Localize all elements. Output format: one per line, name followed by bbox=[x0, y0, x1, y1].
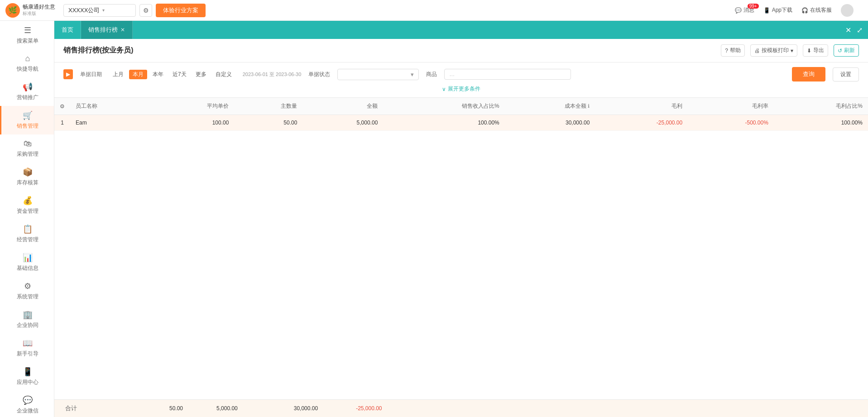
tab-sales-ranking[interactable]: 销售排行榜 ✕ bbox=[81, 21, 133, 39]
sidebar-item-wechat[interactable]: 💬 企业微信 bbox=[0, 391, 54, 417]
sidebar-item-operations[interactable]: 📋 经营管理 bbox=[0, 220, 54, 248]
tab-bar: 首页 销售排行榜 ✕ ✕ ⤢ bbox=[54, 21, 868, 39]
tab-home[interactable]: 首页 bbox=[54, 21, 81, 39]
col-settings[interactable]: ⚙ bbox=[54, 98, 70, 115]
sidebar-item-marketing[interactable]: 📢 营销推广 bbox=[0, 77, 54, 106]
page-title: 销售排行榜(按业务员) bbox=[63, 46, 134, 55]
col-profit-pct: 毛利占比% bbox=[774, 98, 868, 115]
message-item[interactable]: 💬 消息 99+ bbox=[735, 6, 754, 14]
expand-more[interactable]: ∨ 展开更多条件 bbox=[63, 85, 859, 93]
tab-expand-icon[interactable]: ⤢ bbox=[857, 26, 863, 34]
status-filter-label: 单据状态 bbox=[308, 71, 330, 78]
date-opt-7days[interactable]: 近7天 bbox=[169, 70, 190, 79]
search-menu-icon: ☰ bbox=[24, 25, 31, 35]
sidebar-item-label: 经营管理 bbox=[17, 236, 38, 244]
sales-icon: 🛒 bbox=[23, 110, 33, 120]
sidebar-item-label: 应用中心 bbox=[17, 379, 38, 386]
print-button[interactable]: 🖨 按模板打印 ▾ bbox=[750, 44, 797, 57]
headset-icon: 🎧 bbox=[801, 7, 808, 14]
sidebar-item-inventory[interactable]: 📦 库存核算 bbox=[0, 163, 54, 191]
refresh-button[interactable]: ↺ 刷新 bbox=[834, 44, 859, 57]
cell-margin: -500.00% bbox=[688, 115, 774, 131]
apps-icon: 📱 bbox=[23, 367, 33, 377]
help-icon: ? bbox=[725, 48, 728, 54]
page-header-actions: ? 帮助 🖨 按模板打印 ▾ ⬇ 导出 ↺ 刷新 bbox=[721, 44, 859, 57]
online-service-item[interactable]: 🎧 在线客服 bbox=[801, 6, 832, 14]
date-range: 2023-06-01 至 2023-06-30 bbox=[243, 71, 302, 78]
tab-bar-actions: ✕ ⤢ bbox=[845, 26, 868, 34]
enterprise-icon: 🏢 bbox=[23, 310, 33, 320]
company-name: XXXXX公司 bbox=[68, 6, 100, 14]
date-opt-custom[interactable]: 自定义 bbox=[212, 70, 235, 79]
col-settings-icon: ⚙ bbox=[60, 103, 65, 110]
sidebar-item-label: 营销推广 bbox=[17, 94, 38, 101]
refresh-label: 刷新 bbox=[844, 47, 855, 54]
company-selector[interactable]: XXXXX公司 ▾ bbox=[63, 4, 136, 17]
avatar[interactable] bbox=[841, 4, 854, 17]
status-select[interactable]: ▾ bbox=[337, 69, 419, 80]
trial-button[interactable]: 体验行业方案 bbox=[156, 4, 206, 17]
top-bar: 🌿 畅康通好生意 标准版 XXXXX公司 ▾ ⚙ 体验行业方案 💬 消息 99+… bbox=[0, 0, 868, 21]
filter-expand-arrow[interactable]: ▶ bbox=[63, 69, 73, 79]
app-download-label: App下载 bbox=[772, 6, 792, 14]
cell-cost: 30,000.00 bbox=[505, 115, 595, 131]
footer-label: 合计 bbox=[60, 404, 82, 412]
export-button[interactable]: ⬇ 导出 bbox=[803, 44, 828, 57]
date-opt-last-month[interactable]: 上月 bbox=[109, 70, 127, 79]
set-button[interactable]: 设置 bbox=[833, 67, 859, 81]
goods-input[interactable]: … bbox=[444, 69, 571, 80]
sidebar-item-basics[interactable]: 📊 基础信息 bbox=[0, 248, 54, 277]
sidebar-item-enterprise[interactable]: 🏢 企业协同 bbox=[0, 305, 54, 334]
table-footer: 合计 50.00 5,000.00 30,000.00 -25,000.00 bbox=[54, 399, 868, 417]
query-button[interactable]: 查询 bbox=[792, 67, 825, 81]
sidebar-item-purchase[interactable]: 🛍 采购管理 bbox=[0, 134, 54, 163]
sidebar-item-system[interactable]: ⚙ 系统管理 bbox=[0, 277, 54, 305]
page-header: 销售排行榜(按业务员) ? 帮助 🖨 按模板打印 ▾ ⬇ 导出 bbox=[54, 39, 868, 62]
table-header-row: ⚙ 员工名称 平均单价 主数量 全额 销售收入占比% 成本全额 ℹ 毛利 bbox=[54, 98, 868, 115]
sidebar-item-label: 基础信息 bbox=[17, 264, 38, 272]
online-service-label: 在线客服 bbox=[810, 6, 832, 14]
tab-close-icon[interactable]: ✕ bbox=[120, 27, 125, 33]
print-dropdown-icon: ▾ bbox=[791, 48, 793, 54]
date-opt-this-month[interactable]: 本月 bbox=[129, 70, 147, 79]
col-amount: 全额 bbox=[302, 98, 383, 115]
tab-sales-label: 销售排行榜 bbox=[88, 26, 118, 34]
footer-cost: 30,000.00 bbox=[288, 405, 323, 412]
top-bar-right: 💬 消息 99+ 📱 App下载 🎧 在线客服 bbox=[735, 4, 863, 17]
cost-info-icon[interactable]: ℹ bbox=[588, 103, 590, 109]
date-filter-label: 单据日期 bbox=[80, 71, 102, 78]
col-profit: 毛利 bbox=[595, 98, 688, 115]
sidebar-item-label: 库存核算 bbox=[17, 179, 38, 187]
sidebar-item-label: 企业微信 bbox=[17, 407, 38, 415]
filter-bar: ▶ 单据日期 上月 本月 本年 近7天 更多 自定义 2023-06-01 至 … bbox=[54, 62, 868, 98]
page-content: 销售排行榜(按业务员) ? 帮助 🖨 按模板打印 ▾ ⬇ 导出 bbox=[54, 39, 868, 417]
sidebar-item-finance[interactable]: 💰 资金管理 bbox=[0, 191, 54, 220]
col-avg-price: 平均单价 bbox=[152, 98, 234, 115]
sidebar-item-apps[interactable]: 📱 应用中心 bbox=[0, 362, 54, 391]
settings-gear-icon[interactable]: ⚙ bbox=[139, 4, 152, 17]
filter-row: ▶ 单据日期 上月 本月 本年 近7天 更多 自定义 2023-06-01 至 … bbox=[63, 67, 859, 81]
purchase-icon: 🛍 bbox=[24, 139, 32, 149]
operations-icon: 📋 bbox=[23, 224, 33, 234]
expand-down-icon: ∨ bbox=[442, 86, 446, 92]
help-button[interactable]: ? 帮助 bbox=[721, 44, 745, 57]
sidebar-item-guide[interactable]: 📖 新手引导 bbox=[0, 334, 54, 362]
cell-rank: 1 bbox=[54, 115, 70, 131]
tab-close-all-icon[interactable]: ✕ bbox=[845, 26, 851, 34]
print-label: 按模板打印 bbox=[762, 47, 789, 54]
date-opt-more[interactable]: 更多 bbox=[192, 70, 210, 79]
goods-input-placeholder: … bbox=[449, 71, 566, 77]
system-icon: ⚙ bbox=[24, 281, 31, 291]
sidebar-item-shortcuts[interactable]: ⌂ 快捷导航 bbox=[0, 49, 54, 77]
main-layout: ☰ 搜索菜单 ⌂ 快捷导航 📢 营销推广 🛒 销售管理 🛍 采购管理 📦 库存核… bbox=[0, 21, 868, 417]
sidebar-item-search[interactable]: ☰ 搜索菜单 bbox=[0, 21, 54, 49]
sidebar: ☰ 搜索菜单 ⌂ 快捷导航 📢 营销推广 🛒 销售管理 🛍 采购管理 📦 库存核… bbox=[0, 21, 54, 417]
col-margin: 毛利率 bbox=[688, 98, 774, 115]
sidebar-item-label: 快捷导航 bbox=[17, 65, 38, 73]
app-download-item[interactable]: 📱 App下载 bbox=[763, 6, 792, 14]
export-icon: ⬇ bbox=[807, 48, 811, 54]
sidebar-item-sales[interactable]: 🛒 销售管理 bbox=[0, 106, 54, 134]
col-qty: 主数量 bbox=[234, 98, 302, 115]
footer-amount: 5,000.00 bbox=[211, 405, 243, 412]
date-opt-this-year[interactable]: 本年 bbox=[149, 70, 167, 79]
